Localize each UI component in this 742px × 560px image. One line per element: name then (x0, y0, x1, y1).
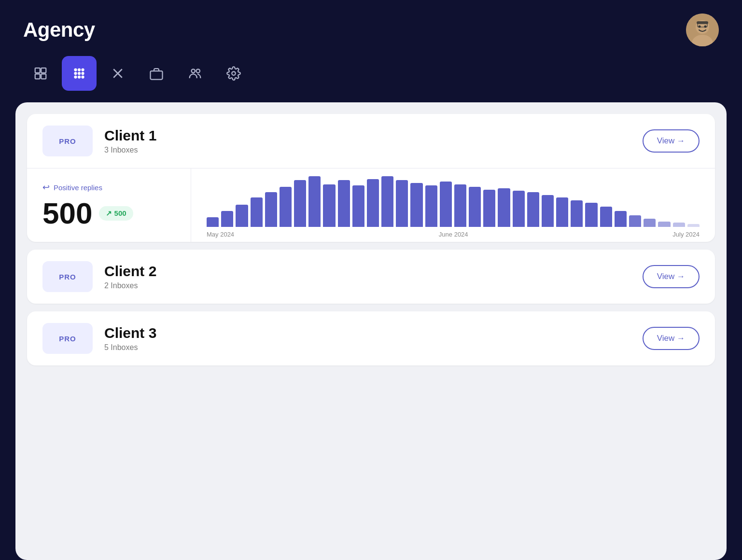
client-card-header-3: PRO Client 3 5 Inboxes View → (27, 311, 715, 365)
chart-bar (673, 223, 685, 227)
svg-point-19 (81, 75, 84, 78)
chart-bar (425, 185, 437, 227)
view-button-1[interactable]: View → (643, 129, 700, 153)
client-card-3: PRO Client 3 5 Inboxes View → (27, 311, 715, 365)
chart-bar (600, 207, 612, 227)
svg-point-17 (74, 75, 77, 78)
chart-bars-1 (207, 176, 700, 227)
chart-bar (585, 203, 597, 227)
settings-icon (226, 66, 241, 81)
svg-rect-22 (151, 71, 163, 80)
svg-point-11 (74, 68, 77, 71)
view-button-3[interactable]: View → (643, 327, 700, 350)
apps-icon (72, 66, 86, 81)
chart-bar (410, 183, 422, 227)
client-info-left-3: PRO Client 3 5 Inboxes (42, 323, 156, 354)
chart-bar (367, 179, 379, 227)
client-info-left-2: PRO Client 2 2 Inboxes (42, 261, 156, 292)
svg-rect-7 (35, 68, 40, 73)
chart-bar (469, 187, 481, 227)
reply-icon: ↩ (42, 182, 50, 193)
chart-bar (556, 197, 568, 227)
chart-bar (251, 197, 263, 227)
stats-value-row-1: 500 ↗ 500 (42, 198, 175, 228)
svg-point-15 (78, 72, 81, 75)
svg-point-12 (78, 68, 81, 71)
client-card-2: PRO Client 2 2 Inboxes View → (27, 250, 715, 304)
client-inboxes-1: 3 Inboxes (104, 146, 156, 154)
svg-rect-9 (35, 74, 40, 79)
chart-bar (629, 215, 641, 227)
svg-point-23 (192, 69, 196, 73)
chart-bar (352, 185, 364, 227)
chart-bar (221, 211, 233, 227)
svg-point-13 (81, 68, 84, 71)
chart-bar (483, 190, 495, 227)
client-inboxes-3: 5 Inboxes (104, 343, 156, 352)
chart-bar (513, 191, 525, 227)
pro-badge-3: PRO (42, 323, 93, 354)
close-icon (111, 66, 125, 81)
toolbar-btn-layout[interactable] (23, 56, 58, 91)
app-title: Agency (23, 18, 95, 42)
svg-point-16 (81, 72, 84, 75)
team-icon (188, 66, 202, 81)
chart-labels-1: May 2024 June 2024 July 2024 (207, 227, 700, 238)
svg-point-14 (74, 72, 77, 75)
client-name-2: Client 2 (104, 263, 156, 280)
svg-rect-10 (41, 74, 46, 79)
svg-point-18 (78, 75, 81, 78)
chart-bar (644, 219, 656, 227)
chart-bar (265, 192, 277, 227)
avatar[interactable] (686, 14, 719, 46)
client-info-1: Client 1 3 Inboxes (104, 127, 156, 154)
chart-bar (527, 192, 539, 227)
chart-bar (687, 224, 700, 227)
client-inboxes-2: 2 Inboxes (104, 281, 156, 290)
client-info-2: Client 2 2 Inboxes (104, 263, 156, 290)
client-card-header-2: PRO Client 2 2 Inboxes View → (27, 250, 715, 304)
view-button-2[interactable]: View → (643, 265, 700, 288)
layout-icon (33, 66, 48, 81)
client-stats-1: ↩ Positive replies 500 ↗ 500 May 2024 Ju… (27, 168, 715, 242)
chart-bar (396, 180, 408, 227)
chart-bar (498, 188, 510, 227)
chart-bar (381, 176, 393, 227)
client-name-3: Client 3 (104, 325, 156, 341)
svg-rect-5 (697, 21, 708, 24)
client-card-header-1: PRO Client 1 3 Inboxes View → (27, 114, 715, 168)
chart-label-june: June 2024 (439, 231, 468, 238)
stats-left-1: ↩ Positive replies 500 ↗ 500 (27, 168, 191, 242)
svg-rect-8 (41, 68, 46, 73)
toolbar-btn-briefcase[interactable] (139, 56, 174, 91)
toolbar-btn-close[interactable] (100, 56, 135, 91)
toolbar-btn-team[interactable] (178, 56, 212, 91)
stats-number-1: 500 (42, 198, 92, 228)
svg-point-24 (196, 69, 200, 73)
chart-label-may: May 2024 (207, 231, 234, 238)
chart-bar (294, 180, 306, 227)
toolbar-btn-settings[interactable] (216, 56, 251, 91)
chart-bar (236, 205, 248, 227)
avatar-image (686, 14, 719, 46)
chart-bar (280, 187, 292, 227)
chart-bar (207, 217, 219, 227)
chart-bar (323, 184, 335, 227)
chart-label-july: July 2024 (672, 231, 700, 238)
client-info-left-1: PRO Client 1 3 Inboxes (42, 126, 156, 156)
svg-point-25 (232, 71, 236, 75)
chart-bar (658, 222, 670, 227)
chart-bar (308, 176, 321, 227)
pro-badge-2: PRO (42, 261, 93, 292)
chart-bar (440, 182, 452, 227)
chart-bar (571, 200, 583, 227)
chart-bar (542, 195, 554, 227)
client-info-3: Client 3 5 Inboxes (104, 325, 156, 352)
chart-bar (338, 180, 350, 227)
toolbar (0, 56, 742, 91)
stats-label-1: ↩ Positive replies (42, 182, 175, 193)
chart-area-1: May 2024 June 2024 July 2024 (191, 168, 715, 242)
toolbar-btn-apps[interactable] (62, 56, 97, 91)
chart-bar (454, 184, 466, 227)
header: Agency (0, 0, 742, 56)
